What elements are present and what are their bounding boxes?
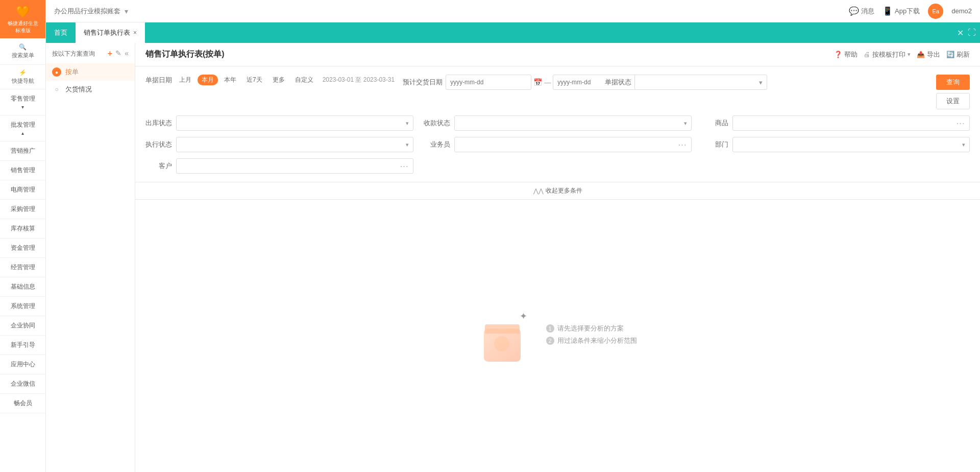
help-icon: ❓	[834, 51, 842, 58]
stock-select[interactable]: ▾	[176, 115, 413, 131]
goods-select[interactable]: ···	[732, 115, 970, 131]
app-download-button[interactable]: 📱 App下载	[883, 6, 920, 16]
date-shortcut-7days[interactable]: 近7天	[242, 75, 266, 85]
date-shortcut-last-month[interactable]: 上月	[175, 75, 195, 85]
print-button[interactable]: 🖨 按模板打印 ▾	[864, 50, 911, 59]
forecast-date-label: 预计交货日期	[403, 78, 443, 87]
export-button[interactable]: 📤 导出	[917, 50, 940, 59]
sidebar-item-finance[interactable]: 资金管理	[0, 239, 45, 258]
customer-filter-cell: 客户 ···	[145, 158, 413, 174]
wholesale-arrow: ▴	[21, 130, 24, 136]
sidebar-item-purchase[interactable]: 采购管理	[0, 200, 45, 219]
tab-home[interactable]: 首页	[46, 22, 76, 43]
stock-label: 出库状态	[145, 119, 172, 128]
sidebar-shortcut[interactable]: ⚡ 快捷导航	[0, 65, 45, 89]
add-scheme-button[interactable]: +	[108, 49, 112, 58]
date-range-text: 2023-03-01 至 2023-03-31	[323, 76, 395, 84]
sidebar-item-retail[interactable]: 零售管理 ▾	[0, 89, 45, 115]
date-shortcut-this-month[interactable]: 本月	[198, 75, 218, 85]
sidebar-item-member[interactable]: 畅会员	[0, 394, 45, 413]
query-button[interactable]: 查询	[936, 75, 970, 90]
payment-label: 收款状态	[424, 119, 450, 128]
status-chevron-icon: ▾	[759, 79, 763, 86]
goods-label: 商品	[702, 119, 728, 128]
hint-num-1: 1	[546, 324, 554, 333]
help-button[interactable]: ❓ 帮助	[834, 50, 857, 59]
left-panel-header-left: 按以下方案查询	[52, 50, 95, 58]
sidebar-item-inventory[interactable]: 库存核算	[0, 219, 45, 239]
nav-item-orders[interactable]: ● 按单	[46, 63, 135, 81]
hint-num-2: 2	[546, 337, 554, 345]
message-label: 消息	[861, 7, 874, 16]
goods-dots-control[interactable]: ···	[732, 115, 970, 131]
top-header-dropdown-icon[interactable]: ▾	[125, 7, 128, 15]
setting-button[interactable]: 设置	[936, 93, 970, 109]
customer-dots-control[interactable]: ···	[176, 158, 413, 174]
tab-close-window-icon[interactable]: ✕	[957, 28, 964, 38]
message-button[interactable]: 💬 消息	[849, 6, 874, 16]
refresh-button[interactable]: 🔄 刷新	[946, 50, 970, 59]
nav-item-debt[interactable]: ○ 欠货情况	[46, 81, 135, 98]
tab-sales-order[interactable]: 销售订单执行表 ×	[76, 22, 145, 43]
salesman-dots-control[interactable]: ···	[454, 137, 692, 152]
edit-scheme-button[interactable]: ✎	[115, 49, 121, 58]
hint-text-2: 用过滤条件来缩小分析范围	[557, 336, 637, 345]
sidebar-item-ecommerce[interactable]: 电商管理	[0, 180, 45, 200]
star-icon: ✦	[520, 311, 527, 322]
sidebar-item-basic-label: 基础信息	[11, 282, 35, 291]
message-icon: 💬	[849, 6, 859, 16]
sidebar-item-ecommerce-label: 电商管理	[11, 185, 35, 194]
date-shortcut-custom[interactable]: 自定义	[291, 75, 317, 85]
sidebar-item-wholesale-label: 批发管理	[11, 121, 35, 129]
dept-select-control[interactable]: ▾	[732, 137, 970, 152]
print-label: 按模板打印	[872, 50, 905, 59]
sidebar-shortcut-label: 快捷导航	[4, 77, 41, 85]
date-separator: —	[544, 79, 551, 86]
sidebar-item-wholesale[interactable]: 批发管理 ▴	[0, 115, 45, 141]
left-panel: 按以下方案查询 + ✎ « ● 按单 ○ 欠货情况	[46, 43, 135, 472]
app-logo[interactable]: 🧡 畅捷通好生意 标准版	[0, 0, 45, 38]
calendar-from-icon[interactable]: 📅	[533, 78, 542, 86]
date-shortcut-more[interactable]: 更多	[268, 75, 289, 85]
sidebar-item-marketing[interactable]: 营销推广	[0, 141, 45, 161]
exec-select[interactable]: ▾	[176, 137, 413, 152]
sidebar-item-newuser[interactable]: 新手引导	[0, 336, 45, 355]
exec-label: 执行状态	[145, 140, 172, 149]
tab-maximize-icon[interactable]: ⛶	[968, 28, 976, 37]
dept-select[interactable]: ▾	[732, 137, 970, 152]
help-label: 帮助	[844, 50, 857, 59]
sidebar-item-basic[interactable]: 基础信息	[0, 277, 45, 297]
salesman-select[interactable]: ···	[454, 137, 692, 152]
top-header-left: 办公用品行业模拟账套 ▾	[54, 7, 128, 16]
status-select[interactable]: ▾	[634, 75, 767, 90]
box-lid	[485, 324, 520, 334]
sidebar-item-appstore[interactable]: 应用中心	[0, 355, 45, 374]
customer-label: 客户	[145, 161, 172, 171]
payment-select[interactable]: ▾	[454, 115, 692, 131]
stock-select-control[interactable]: ▾	[176, 115, 413, 131]
user-avatar[interactable]: Ea	[928, 4, 943, 19]
left-panel-title: 按以下方案查询	[52, 50, 95, 58]
sidebar-search[interactable]: 🔍 搜索菜单	[0, 38, 45, 65]
page-actions: ❓ 帮助 🖨 按模板打印 ▾ 📤 导出 🔄 刷新	[834, 50, 970, 59]
exec-chevron-icon: ▾	[406, 141, 409, 148]
exec-select-control[interactable]: ▾	[176, 137, 413, 152]
print-dropdown-icon[interactable]: ▾	[908, 51, 911, 58]
debt-icon: ○	[52, 85, 61, 94]
sidebar-item-sales[interactable]: 销售管理	[0, 161, 45, 180]
sidebar-item-wechat[interactable]: 企业微信	[0, 374, 45, 394]
export-icon: 📤	[917, 51, 925, 58]
customer-select[interactable]: ···	[176, 158, 413, 174]
sidebar-item-operation[interactable]: 经营管理	[0, 258, 45, 277]
main-area: 办公用品行业模拟账套 ▾ 💬 消息 📱 App下载 Ea demo2 首页 销售…	[46, 0, 980, 472]
forecast-date-from-input[interactable]	[446, 75, 531, 90]
payment-select-control[interactable]: ▾	[454, 115, 692, 131]
tab-bar: 首页 销售订单执行表 × ✕ ⛶	[46, 22, 980, 43]
date-shortcut-this-year[interactable]: 本年	[220, 75, 240, 85]
tab-close-icon[interactable]: ×	[133, 29, 137, 36]
collapse-panel-button[interactable]: «	[125, 49, 129, 58]
sidebar-item-enterprise[interactable]: 企业协同	[0, 316, 45, 336]
collapse-row[interactable]: ⋀⋀ 收起更多条件	[135, 182, 980, 200]
user-name[interactable]: demo2	[951, 7, 972, 15]
sidebar-item-system[interactable]: 系统管理	[0, 297, 45, 316]
